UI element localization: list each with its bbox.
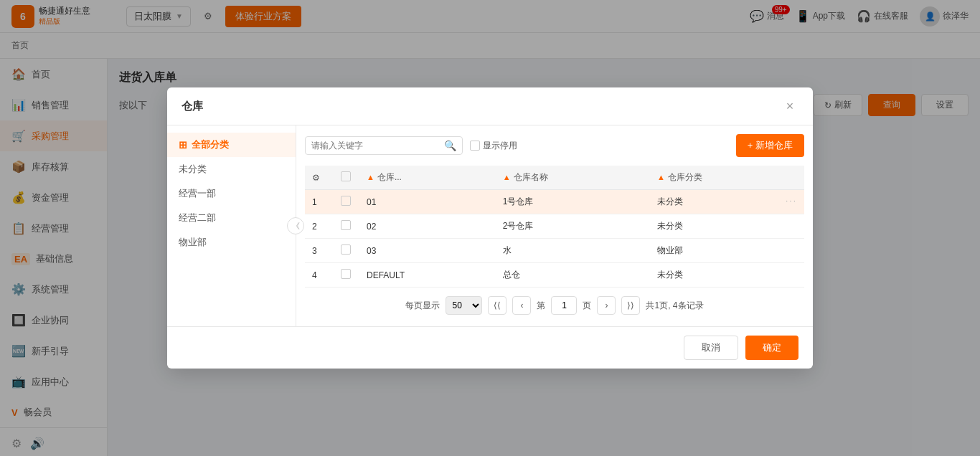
search-input-wrap: 🔍 [305,136,463,155]
warehouse-table: ⚙ ▲仓库... ▲仓库名称 [305,166,804,288]
select-all-checkbox[interactable] [341,171,351,181]
row-category: 未分类 ··· [650,190,804,214]
more-icon[interactable]: ··· [786,196,797,206]
data-panel: 🔍 显示停用 + 新增仓库 ⚙ [296,125,813,326]
table-row[interactable]: 2 02 2号仓库 未分类 [305,214,804,239]
search-bar: 🔍 显示停用 + 新增仓库 [305,134,804,157]
row-checkbox-cell [334,190,359,214]
row-settings: 1 [305,190,334,214]
modal-header: 仓库 × [167,87,813,125]
row-name: 水 [496,239,650,263]
show-disabled-checkbox[interactable] [470,141,480,151]
confirm-button[interactable]: 确定 [745,336,798,360]
close-icon[interactable]: × [781,98,798,115]
row-num: 1 [312,197,317,207]
th-name: ▲仓库名称 [496,166,650,190]
collapse-button[interactable]: 《 [287,217,304,234]
row-category: 未分类 [650,214,804,239]
search-icon: 🔍 [444,140,456,151]
page-suffix: 页 [583,300,591,312]
table-row[interactable]: 3 03 水 物业部 [305,239,804,263]
warehouse-modal: 仓库 × ⊞ 全部分类 未分类 经营一部 经营二部 [167,87,813,369]
per-page-select[interactable]: 50 100 [446,296,482,315]
row-checkbox-cell [334,239,359,263]
gear-icon[interactable]: ⚙ [312,173,320,183]
th-code: ▲仓库... [359,166,496,190]
sort-icon: ▲ [503,173,511,181]
category-dept2[interactable]: 经营二部 [167,206,296,230]
category-property[interactable]: 物业部 [167,230,296,255]
per-page-label: 每页显示 [405,300,440,312]
row-checkbox[interactable] [341,196,351,206]
first-page-button[interactable]: ⟨⟨ [488,296,507,315]
category-panel: ⊞ 全部分类 未分类 经营一部 经营二部 物业部 《 [167,125,296,326]
table-row[interactable]: 1 01 1号仓库 未分类 ··· [305,190,804,214]
row-code: DEFAULT [359,263,496,288]
row-name: 2号仓库 [496,214,650,239]
prev-page-button[interactable]: ‹ [512,296,531,315]
row-name: 1号仓库 [496,190,650,214]
row-checkbox-cell [334,214,359,239]
row-checkbox[interactable] [341,244,351,255]
row-category: 未分类 [650,263,804,288]
category-all[interactable]: ⊞ 全部分类 [167,133,296,157]
row-settings: 3 [305,239,334,263]
modal-footer: 取消 确定 [167,326,813,369]
next-page-button[interactable]: › [597,296,616,315]
table-header: ⚙ ▲仓库... ▲仓库名称 [305,166,804,190]
table-row[interactable]: 4 DEFAULT 总仓 未分类 [305,263,804,288]
row-settings: 4 [305,263,334,288]
pagination: 每页显示 50 100 ⟨⟨ ‹ 第 页 › ⟩⟩ 共1页, 4条记录 [305,288,804,318]
modal-title: 仓库 [182,100,203,113]
add-warehouse-button[interactable]: + 新增仓库 [736,134,804,157]
modal-body: ⊞ 全部分类 未分类 经营一部 经营二部 物业部 《 [167,125,813,326]
total-info: 共1页, 4条记录 [646,300,703,312]
row-code: 01 [359,190,496,214]
row-settings: 2 [305,214,334,239]
row-category: 物业部 [650,239,804,263]
row-code: 02 [359,214,496,239]
category-uncategorized[interactable]: 未分类 [167,157,296,181]
table-body: 1 01 1号仓库 未分类 ··· 2 [305,190,804,288]
cancel-button[interactable]: 取消 [684,336,738,360]
page-number-input[interactable] [551,296,577,315]
row-code: 03 [359,239,496,263]
th-checkbox [334,166,359,190]
modal-overlay[interactable]: 仓库 × ⊞ 全部分类 未分类 经营一部 经营二部 [0,0,980,456]
show-disabled-label[interactable]: 显示停用 [470,140,517,152]
page-label: 第 [537,300,545,312]
sort-icon: ▲ [657,173,665,181]
row-checkbox[interactable] [341,220,351,230]
sort-icon: ▲ [367,173,374,181]
row-checkbox-cell [334,263,359,288]
table-container: ⚙ ▲仓库... ▲仓库名称 [305,166,804,288]
row-name: 总仓 [496,263,650,288]
last-page-button[interactable]: ⟩⟩ [621,296,640,315]
th-settings: ⚙ [305,166,334,190]
search-input[interactable] [311,141,441,151]
category-dept1[interactable]: 经营一部 [167,181,296,206]
row-checkbox[interactable] [341,269,351,279]
th-category: ▲仓库分类 [650,166,804,190]
grid-icon: ⊞ [179,139,187,151]
